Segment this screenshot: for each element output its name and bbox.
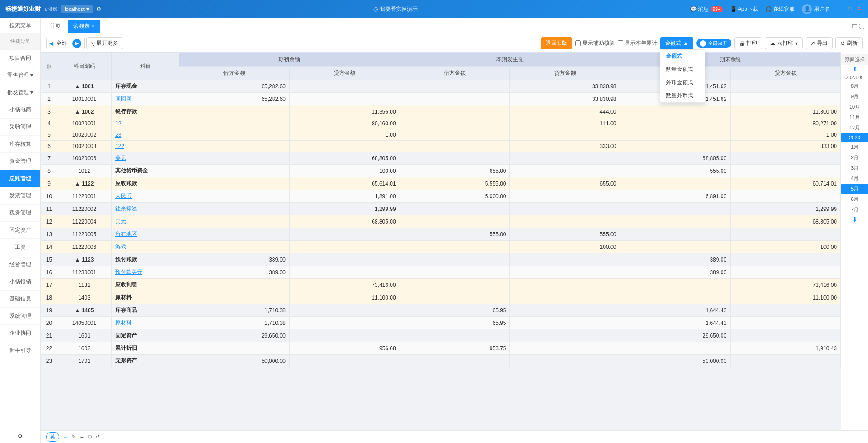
subject-name[interactable]: 美元 bbox=[112, 152, 179, 165]
export-btn[interactable]: ↗ 导出 bbox=[806, 37, 833, 49]
show-auxiliary-check[interactable]: 显示辅助核算 bbox=[575, 39, 615, 47]
nav-left-icon[interactable]: ◀ bbox=[49, 40, 53, 47]
sidebar-item-payroll[interactable]: 工资 bbox=[0, 239, 40, 256]
sidebar-item-purchase[interactable]: 采购管理 bbox=[0, 119, 40, 136]
print-btn[interactable]: 🖨 打印 bbox=[734, 37, 762, 49]
col-subject-name: 科目 bbox=[112, 53, 179, 80]
cb-debit bbox=[620, 177, 731, 190]
ob-credit bbox=[289, 317, 400, 329]
mode-qty-amount[interactable]: 数量金额式 bbox=[660, 63, 705, 76]
period-month-5[interactable]: 5月 bbox=[841, 184, 868, 194]
subject-name[interactable]: 游戏 bbox=[112, 241, 179, 253]
tab-home[interactable]: 首页 bbox=[44, 20, 66, 33]
period-month-12[interactable]: 12月 bbox=[841, 123, 868, 133]
close-btn[interactable]: ✕ bbox=[855, 5, 863, 13]
message-btn[interactable]: 💬 消息 99+ bbox=[690, 5, 723, 13]
sidebar-item-retail[interactable]: 零售管理 ▾ bbox=[0, 67, 40, 84]
subject-name[interactable]: 23 bbox=[112, 129, 179, 141]
row-num: 19 bbox=[41, 304, 57, 317]
sidebar-item-ecommerce[interactable]: 小畅电商 bbox=[0, 101, 40, 119]
user-avatar[interactable]: 👤 用户名 bbox=[802, 4, 830, 14]
row-num: 2 bbox=[41, 93, 57, 105]
address-bar[interactable]: localhost ▾ bbox=[61, 5, 92, 13]
subject-name[interactable]: 所在地区 bbox=[112, 228, 179, 241]
period-year-1: 2023.05 bbox=[846, 74, 864, 81]
table-settings-icon[interactable]: ⚙ bbox=[46, 63, 52, 70]
sidebar-item-inventory[interactable]: 库存核算 bbox=[0, 136, 40, 153]
period-month-3[interactable]: 3月 bbox=[841, 163, 868, 173]
edit-icon[interactable]: ✎ bbox=[71, 434, 75, 440]
sidebar-item-assets[interactable]: 固定资产 bbox=[0, 222, 40, 239]
demo-link[interactable]: ◎ 我要看实例演示 bbox=[373, 5, 418, 13]
subject-name[interactable]: 原材料 bbox=[112, 317, 179, 329]
sidebar-item-fund[interactable]: 资金管理 bbox=[0, 153, 40, 170]
sidebar-item-tax[interactable]: 税务管理 bbox=[0, 205, 40, 222]
sidebar-item-basic[interactable]: 基础信息 bbox=[0, 291, 40, 308]
period-month-2[interactable]: 2月 bbox=[841, 152, 868, 163]
tab-controls: 🗖 ⛶ bbox=[852, 23, 864, 29]
amount-mode-dropdown[interactable]: 金额式 ▲ 金额式 数量金额式 外币金额式 数量外币式 bbox=[660, 37, 693, 49]
subject-name[interactable]: 122 bbox=[112, 141, 179, 152]
show-year-total-check[interactable]: 显示本年累计 bbox=[618, 39, 657, 47]
expand-more-btn[interactable]: ▽ 展开更多 bbox=[86, 37, 123, 49]
col-settings[interactable]: ⚙ bbox=[41, 53, 57, 80]
sidebar-item-wholesale[interactable]: 批发管理 ▾ bbox=[0, 84, 40, 101]
subject-name[interactable]: 回回回 bbox=[112, 93, 179, 105]
subject-name[interactable]: 预付款美元 bbox=[112, 266, 179, 279]
sidebar-item-invoice[interactable]: 发票管理 bbox=[0, 187, 40, 205]
cb-credit bbox=[731, 165, 841, 177]
maximize-btn[interactable]: □ bbox=[846, 5, 854, 13]
cloud-print-btn[interactable]: ☁ 云打印 ▾ bbox=[765, 37, 803, 49]
settings-icon[interactable]: ⚙ bbox=[96, 6, 101, 12]
period-month-4[interactable]: 4月 bbox=[841, 173, 868, 184]
table-row: 5 10020002 23 1.00 1.00 bbox=[41, 129, 841, 141]
arrow-btn[interactable]: → bbox=[63, 434, 68, 440]
tab-restore-btn[interactable]: 🗖 bbox=[852, 23, 857, 29]
sidebar-item-project[interactable]: 项目合同 bbox=[0, 50, 40, 67]
mode-foreign-amount[interactable]: 外币金额式 bbox=[660, 76, 705, 89]
period-month-1[interactable]: 1月 bbox=[841, 142, 868, 152]
sidebar-bottom-settings[interactable]: ⚙ bbox=[0, 429, 40, 443]
subject-name[interactable]: 人民币 bbox=[112, 190, 179, 203]
app-download-btn[interactable]: 📱 App下载 bbox=[730, 5, 758, 13]
return-old-btn[interactable]: 退回旧版 bbox=[541, 37, 572, 49]
cloud-status-icon[interactable]: ☁ bbox=[79, 434, 84, 440]
hex-icon[interactable]: ⬡ bbox=[88, 434, 92, 440]
tab-balance[interactable]: 余额表 ✕ bbox=[68, 20, 100, 33]
subject-code: 11220001 bbox=[57, 190, 112, 203]
tab-expand-btn[interactable]: ⛶ bbox=[859, 23, 864, 29]
search-nav-btn[interactable]: ▶ bbox=[72, 39, 81, 48]
sidebar-item-operations[interactable]: 经营管理 bbox=[0, 256, 40, 273]
sidebar-item-system[interactable]: 系统管理 bbox=[0, 308, 40, 325]
period-month-10[interactable]: 10月 bbox=[841, 102, 868, 112]
amount-mode-btn[interactable]: 金额式 ▲ bbox=[660, 37, 693, 49]
online-service-btn[interactable]: 🎧 在线客服 bbox=[765, 5, 795, 13]
search-menu[interactable]: 搜索菜单 bbox=[0, 18, 40, 33]
subject-name[interactable]: 12 bbox=[112, 118, 179, 129]
subject-name[interactable]: 往来标签 bbox=[112, 203, 179, 215]
mode-qty-foreign[interactable]: 数量外币式 bbox=[660, 89, 705, 102]
lang-btn[interactable]: 英 bbox=[46, 432, 59, 442]
sidebar-item-collab[interactable]: 企业协同 bbox=[0, 325, 40, 342]
period-scroll-up[interactable]: ⬆ bbox=[851, 65, 859, 74]
refresh-btn[interactable]: ↺ 刷新 bbox=[835, 37, 863, 49]
sidebar-item-guide[interactable]: 新手引导 bbox=[0, 342, 40, 359]
period-month-7[interactable]: 7月 bbox=[841, 205, 868, 215]
sidebar-item-ledger[interactable]: 总账管理 bbox=[0, 170, 40, 187]
amount-mode-menu: 金额式 数量金额式 外币金额式 数量外币式 bbox=[660, 49, 705, 103]
tab-close-btn[interactable]: ✕ bbox=[91, 24, 95, 29]
period-month-8[interactable]: 8月 bbox=[841, 81, 868, 91]
period-scroll-down[interactable]: ⬇ bbox=[851, 215, 859, 224]
refresh-status-btn[interactable]: ↺ bbox=[96, 434, 100, 440]
period-month-11[interactable]: 11月 bbox=[841, 112, 868, 123]
period-month-9[interactable]: 9月 bbox=[841, 91, 868, 102]
subject-code: 1602 bbox=[57, 342, 112, 355]
period-month-6[interactable]: 6月 bbox=[841, 194, 868, 205]
sidebar-item-expense[interactable]: 小畅报销 bbox=[0, 273, 40, 291]
minimize-btn[interactable]: — bbox=[837, 5, 844, 13]
cp-debit bbox=[400, 215, 510, 228]
subject-name[interactable]: 美元 bbox=[112, 215, 179, 228]
period-year-2023[interactable]: 2023 bbox=[841, 133, 868, 142]
expand-all-toggle[interactable]: 全部展开 bbox=[696, 39, 731, 48]
mode-amount[interactable]: 金额式 bbox=[660, 50, 705, 63]
